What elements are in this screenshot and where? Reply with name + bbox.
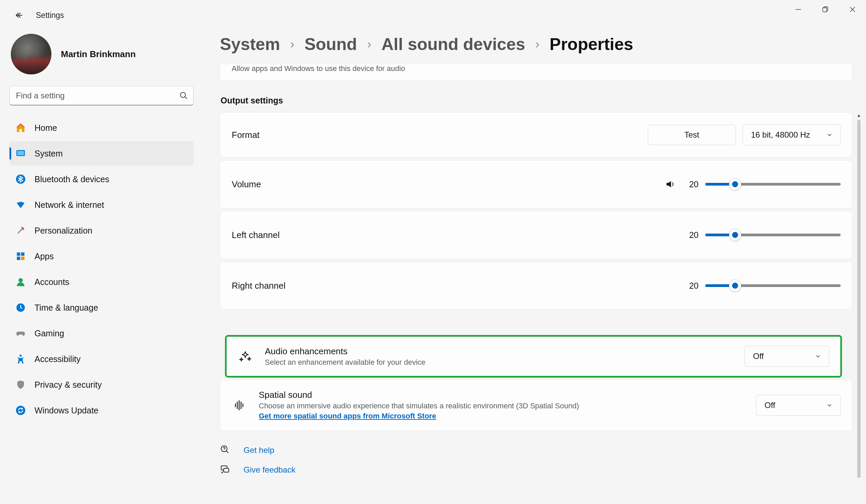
content-scroll: Allow apps and Windows to use this devic… [220,64,862,490]
svg-rect-4 [17,151,24,156]
right-channel-label: Right channel [232,280,286,291]
apps-icon [15,251,26,262]
format-value: 16 bit, 48000 Hz [751,130,810,140]
breadcrumb-system[interactable]: System [220,34,280,54]
spatial-sound-select[interactable]: Off [756,395,841,416]
svg-point-2 [180,92,185,98]
sidebar-item-accounts[interactable]: Accounts [10,270,193,294]
sidebar-item-label: Personalization [34,226,92,236]
chevron-right-icon: › [367,37,371,51]
bluetooth-icon [15,173,26,185]
feedback-row: Give feedback [220,464,853,476]
search-input[interactable] [10,86,193,105]
home-icon [15,122,26,134]
arrow-left-icon [14,11,24,20]
scroll-thumb[interactable] [857,120,861,478]
sidebar-item-label: System [34,149,63,159]
left-channel-value: 20 [682,230,699,240]
profile[interactable]: Martin Brinkmann [10,34,193,84]
sidebar-item-label: Privacy & security [34,380,102,390]
sidebar-item-update[interactable]: Windows Update [10,398,193,423]
app-title: Settings [36,11,64,20]
sidebar-item-label: Gaming [34,329,64,339]
search [10,86,193,105]
close-button[interactable] [839,0,866,19]
sidebar-item-label: Accessibility [34,354,80,364]
sidebar-item-network[interactable]: Network & internet [10,193,193,217]
slider-thumb[interactable] [729,178,741,190]
sidebar-item-personalization[interactable]: Personalization [10,218,193,243]
help-icon [220,445,231,456]
nav: Home System Bluetooth & devices Network … [10,116,193,423]
brush-icon [15,225,26,236]
sidebar-item-system[interactable]: System [10,141,193,165]
sidebar-item-gaming[interactable]: Gaming [10,321,193,345]
sidebar-item-accessibility[interactable]: Accessibility [10,347,193,371]
format-label: Format [232,130,259,140]
sidebar-item-apps[interactable]: Apps [10,244,193,268]
chevron-down-icon [826,402,833,409]
sidebar-item-label: Accounts [34,277,69,287]
audio-enhancements-sub: Select an enhancement available for your… [265,358,425,367]
breadcrumb-all-sound-devices[interactable]: All sound devices [381,34,525,54]
audio-enhancements-title: Audio enhancements [265,346,425,357]
spatial-sound-sub: Choose an immersive audio experience tha… [259,402,579,410]
allow-apps-card[interactable]: Allow apps and Windows to use this devic… [220,64,853,81]
gamepad-icon [15,328,26,339]
volume-value: 20 [682,180,699,189]
breadcrumb-current: Properties [550,34,633,54]
get-help-link[interactable]: Get help [244,446,274,455]
minimize-icon [795,6,802,13]
soundwave-icon [232,398,247,413]
clock-globe-icon [15,302,26,313]
volume-slider[interactable] [705,183,841,186]
sidebar-item-privacy[interactable]: Privacy & security [10,373,193,397]
breadcrumb-sound[interactable]: Sound [304,34,357,54]
help-row: Get help [220,445,853,456]
search-icon[interactable] [179,91,188,100]
svg-rect-8 [17,256,20,260]
give-feedback-link[interactable]: Give feedback [244,465,295,474]
sidebar-item-time[interactable]: Time & language [10,296,193,320]
sidebar-item-label: Network & internet [34,200,104,210]
sidebar-item-label: Home [34,123,57,133]
sidebar-item-label: Bluetooth & devices [34,174,109,184]
left-channel-slider[interactable] [705,233,841,236]
maximize-button[interactable] [812,0,839,19]
sidebar-item-bluetooth[interactable]: Bluetooth & devices [10,167,193,191]
chevron-down-icon [814,353,821,360]
audio-enhancements-select[interactable]: Off [745,346,829,367]
minimize-button[interactable] [785,0,812,19]
slider-thumb[interactable] [729,229,741,241]
close-icon [849,6,856,13]
svg-rect-6 [17,252,20,256]
back-button[interactable] [11,7,28,24]
spatial-sound-store-link[interactable]: Get more spatial sound apps from Microso… [259,412,436,421]
titlebar: Settings [0,0,866,31]
scroll-up-icon[interactable]: ▲ [856,112,862,118]
svg-point-13 [16,405,25,415]
chevron-right-icon: › [290,37,294,51]
spatial-sound-card[interactable]: Spatial sound Choose an immersive audio … [220,379,853,431]
speaker-icon[interactable] [665,179,676,190]
svg-point-10 [19,278,23,283]
right-channel-slider[interactable] [705,284,841,287]
slider-thumb[interactable] [729,279,741,292]
audio-enhancements-card[interactable]: Audio enhancements Select an enhancement… [226,336,841,377]
system-icon [15,148,26,159]
left-channel-label: Left channel [232,230,280,240]
format-select[interactable]: 16 bit, 48000 Hz [743,124,841,145]
test-button[interactable]: Test [648,125,736,145]
chevron-down-icon [826,131,833,138]
person-icon [15,276,26,288]
spatial-sound-title: Spatial sound [259,390,579,400]
volume-card: Volume 20 [220,160,853,208]
help-links: Get help Give feedback [220,445,853,476]
maximize-icon [822,6,829,13]
svg-point-12 [20,355,22,357]
avatar [11,34,52,75]
svg-rect-16 [224,469,229,472]
sidebar-item-label: Windows Update [34,405,98,415]
sidebar-item-home[interactable]: Home [10,116,193,140]
scrollbar[interactable]: ▲ [856,112,862,504]
